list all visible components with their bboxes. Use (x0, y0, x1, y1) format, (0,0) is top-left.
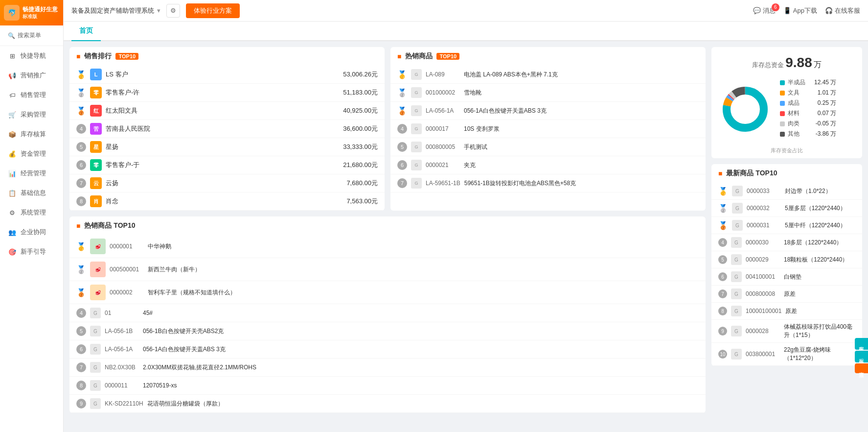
nav-item-enterprise[interactable]: 👥 企业协同 (0, 222, 63, 242)
customer-amount-6: 21,680.00元 (343, 161, 378, 169)
nav-system-icon: ⚙ (8, 208, 17, 217)
logo-icon: 🐬 (4, 5, 20, 21)
hot-products-right-badge: TOP10 (436, 53, 459, 60)
hot-right-row-3: 🥉 G LA-056-1A 056-1A白色按键开关盖ABS 3克 (390, 102, 706, 120)
latest-num-9: 9 (718, 327, 727, 336)
latest-name-8: 原差 (785, 307, 855, 315)
message-button[interactable]: 💬 消息 6 (753, 6, 776, 15)
latest-code-2: 0000032 (747, 205, 781, 212)
page-nav: 首页 (64, 22, 868, 41)
live-button[interactable]: 直播 (855, 363, 868, 373)
avatar-6: 零 (90, 159, 102, 171)
home-tab[interactable]: 首页 (71, 22, 101, 41)
sidebar-search-area[interactable]: 🔍 搜索菜单 (0, 25, 63, 46)
hot-right-img-2: G (411, 87, 422, 98)
hot-right-name-6: 夹克 (464, 161, 699, 169)
rank-num-4: 4 (76, 124, 86, 134)
hot-main-num-4: 4 (76, 308, 86, 318)
hot-right-row-6: 6 G 0000021 夹克 (390, 156, 706, 174)
hot-main-row-2: 🥈 🥩 000500001 新西兰牛肉（新牛） (69, 258, 706, 281)
nav-item-basic-info[interactable]: 📋 基础信息 (0, 183, 63, 203)
trial-button[interactable]: 体验行业方案 (186, 3, 240, 18)
avatar-1: L (90, 69, 102, 80)
nav-item-quick[interactable]: ⊞ 快捷导航 (0, 46, 63, 66)
latest-name-10: 22g鱼豆腐-烧烤味（1*12*20） (784, 346, 855, 362)
hot-main-img-9: G (90, 398, 101, 409)
nav-item-finance[interactable]: 💰 资金管理 (0, 144, 63, 164)
latest-medal-3: 🥉 (718, 221, 728, 230)
latest-img-8: G (731, 306, 742, 316)
hot-right-code-1: LA-089 (426, 71, 460, 78)
hot-main-row-8: 8 G 0000011 12070519-xs (69, 377, 706, 395)
latest-code-10: 003800001 (746, 351, 780, 358)
hot-right-name-7: 59651-1B旋转投影灯电池盒ABS黑色+58克 (464, 179, 699, 188)
message-icon: 💬 (753, 7, 761, 14)
legend-dot-5 (780, 132, 785, 137)
medal-3-icon: 🥉 (76, 106, 86, 116)
inventory-legend: 半成品 12.45 万 文具 1.01 万 成品 0.25 万 (780, 78, 836, 140)
hot-products-main-card: ■ 热销商品 TOP10 🥇 🥩 0000001 中华神鹅 🥈 🥩 000500… (69, 216, 706, 413)
customer-name-3: 红太阳文具 (106, 106, 339, 115)
hot-right-row-1: 🥇 G LA-089 电池盖 LA-089 ABS本色+黑种 7.1克 (390, 66, 706, 84)
hot-main-row-5: 5 G LA-056-1B 056-1B白色按键开关壳ABS2克 (69, 322, 706, 340)
hot-main-medal-1: 🥇 (76, 242, 86, 251)
hot-main-code-1: 0000001 (110, 243, 144, 250)
hot-right-medal-3: 🥉 (397, 106, 407, 116)
latest-img-10: G (731, 349, 742, 360)
nav-enterprise-icon: 👥 (8, 228, 17, 237)
headset-icon: 🎧 (825, 7, 833, 14)
latest-img-7: G (731, 288, 742, 299)
latest-name-3: 5厘中纤（1220*2440） (785, 221, 855, 230)
mobile-icon: 📱 (783, 7, 791, 14)
latest-row-8: 8 G 10000100001 原差 (711, 303, 862, 320)
nav-sales-icon: 🏷 (8, 91, 17, 99)
latest-name-7: 原差 (784, 290, 855, 298)
service-community-button[interactable]: 服务社区 (855, 351, 868, 362)
sales-rank-row-1: 🥇 L LS 客户 53,006.26元 (69, 66, 385, 84)
latest-img-4: G (731, 237, 742, 248)
latest-name-9: 体械荔枝味苏打饮品400毫升（1*15） (784, 323, 855, 339)
sales-rank-row-6: 6 零 零售客户-于 21,680.00元 (69, 156, 385, 174)
latest-num-8: 8 (718, 307, 727, 315)
settings-button[interactable]: ⚙ (166, 4, 180, 18)
nav-item-operations[interactable]: 📊 经营管理 (0, 164, 63, 183)
nav-item-purchase[interactable]: 🛒 采购管理 (0, 105, 63, 124)
search-menu-button[interactable]: 🔍 搜索菜单 (5, 29, 58, 42)
nav-guide-icon: 🎯 (8, 247, 17, 256)
main-area: 装备及固定资产辅助管理系统 ▾ ⚙ 体验行业方案 💬 消息 6 📱 App下载 … (64, 0, 868, 432)
topbar-right: 💬 消息 6 📱 App下载 🎧 在线客服 (753, 6, 860, 15)
latest-img-2: G (732, 203, 743, 214)
hot-main-name-9: 花语萌恒温分糖罐袋（厚款） (147, 400, 699, 408)
latest-img-9: G (731, 326, 742, 336)
hot-main-code-4: 01 (105, 310, 139, 316)
app-download-button[interactable]: 📱 App下载 (783, 6, 817, 15)
hot-main-img-1: 🥩 (90, 239, 106, 254)
hot-main-img-5: G (90, 326, 101, 336)
hot-main-row-7: 7 G NB2.0X30B 2.0X30MM双搓花轴,搓花直径2.1MM/ROH… (69, 359, 706, 377)
hot-main-code-5: LA-056-1B (105, 328, 139, 335)
online-service-button[interactable]: 🎧 在线客服 (825, 6, 860, 15)
nav-item-inventory[interactable]: 📦 库存核算 (0, 124, 63, 144)
latest-row-2: 🥈 G 0000032 5厘多层（1220*2440） (711, 200, 862, 217)
hot-main-num-8: 8 (76, 381, 86, 390)
customer-name-4: 苦南县人民医院 (106, 124, 339, 133)
latest-num-4: 4 (718, 238, 727, 247)
topbar: 装备及固定资产辅助管理系统 ▾ ⚙ 体验行业方案 💬 消息 6 📱 App下载 … (64, 0, 868, 22)
hot-right-code-4: 0000017 (426, 125, 460, 132)
customer-service-button[interactable]: 客服热线 (855, 338, 868, 350)
hot-main-medal-3: 🥉 (76, 288, 86, 297)
hot-right-name-5: 手机测试 (464, 143, 699, 151)
inventory-label: 库存总资金 (752, 61, 784, 69)
latest-num-10: 10 (718, 350, 727, 359)
customer-amount-8: 7,563.00元 (346, 197, 378, 206)
inventory-value: 9.88 (785, 55, 812, 70)
nav-item-marketing[interactable]: 📢 营销推广 (0, 66, 63, 85)
nav-item-sales[interactable]: 🏷 销售管理 (0, 85, 63, 105)
latest-img-1: G (732, 186, 743, 196)
hot-main-img-4: G (90, 308, 101, 318)
nav-item-system[interactable]: ⚙ 系统管理 (0, 203, 63, 222)
nav-item-guide[interactable]: 🎯 新手引导 (0, 242, 63, 262)
search-menu-label: 搜索菜单 (18, 31, 41, 40)
latest-row-4: 4 G 0000030 18多层（1220*2440） (711, 234, 862, 251)
hot-right-row-5: 5 G 000800005 手机测试 (390, 138, 706, 156)
